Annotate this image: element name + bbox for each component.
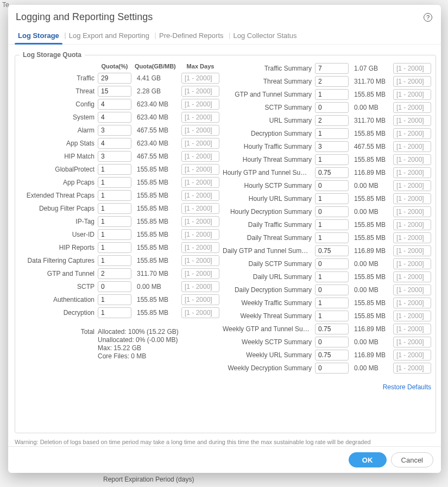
max-days-input[interactable] bbox=[393, 363, 431, 374]
max-days-input[interactable] bbox=[393, 245, 431, 256]
quota-pct-input[interactable] bbox=[315, 63, 349, 74]
tab-pre-defined-reports[interactable]: Pre-Defined Reports bbox=[156, 26, 227, 44]
max-days-input[interactable] bbox=[181, 229, 219, 240]
quota-pct-input[interactable] bbox=[315, 219, 349, 230]
quota-pct-input[interactable] bbox=[98, 281, 131, 292]
max-days-input[interactable] bbox=[393, 337, 431, 347]
max-days-input[interactable] bbox=[181, 125, 219, 136]
max-days-input[interactable] bbox=[393, 298, 431, 308]
max-days-input[interactable] bbox=[393, 180, 431, 191]
quota-pct-input[interactable] bbox=[315, 180, 349, 191]
quota-pct-input[interactable] bbox=[98, 86, 131, 97]
max-days-input[interactable] bbox=[393, 271, 431, 282]
max-days-input[interactable] bbox=[181, 138, 219, 149]
quota-pct-input[interactable] bbox=[98, 125, 131, 136]
max-days-input[interactable] bbox=[181, 177, 219, 188]
max-days-input[interactable] bbox=[181, 86, 219, 97]
help-icon[interactable]: ? bbox=[424, 13, 432, 22]
quota-pct-input[interactable] bbox=[315, 167, 349, 178]
max-days-input[interactable] bbox=[181, 73, 219, 84]
max-days-input[interactable] bbox=[181, 307, 219, 318]
max-days-input[interactable] bbox=[393, 63, 431, 74]
quota-pct-input[interactable] bbox=[315, 128, 349, 139]
quota-pct-input[interactable] bbox=[315, 324, 349, 334]
max-days-input[interactable] bbox=[393, 232, 431, 243]
max-days-input[interactable] bbox=[393, 76, 431, 87]
quota-pct-input[interactable] bbox=[315, 193, 349, 204]
max-days-input[interactable] bbox=[181, 281, 219, 292]
max-days-input[interactable] bbox=[181, 190, 219, 201]
quota-pct-input[interactable] bbox=[315, 258, 349, 269]
quota-pct-input[interactable] bbox=[98, 99, 131, 110]
quota-pct-input[interactable] bbox=[315, 311, 349, 321]
max-days-input[interactable] bbox=[393, 154, 431, 165]
quota-pct-input[interactable] bbox=[315, 102, 349, 113]
max-days-input[interactable] bbox=[393, 167, 431, 178]
quota-pct-input[interactable] bbox=[315, 206, 349, 217]
quota-pct-input[interactable] bbox=[315, 245, 349, 256]
quota-pct-input[interactable] bbox=[315, 154, 349, 165]
quota-pct-input[interactable] bbox=[98, 216, 131, 227]
quota-pct-input[interactable] bbox=[315, 76, 349, 87]
max-days-input[interactable] bbox=[181, 112, 219, 123]
quota-pct-input[interactable] bbox=[98, 138, 131, 149]
quota-pct-input[interactable] bbox=[98, 177, 131, 188]
quota-pct-input[interactable] bbox=[98, 190, 131, 201]
ok-button[interactable]: OK bbox=[349, 452, 387, 467]
max-days-input[interactable] bbox=[393, 311, 431, 321]
max-days-input[interactable] bbox=[181, 151, 219, 162]
max-days-input[interactable] bbox=[393, 350, 431, 360]
max-days-input[interactable] bbox=[393, 258, 431, 269]
quota-pct-input[interactable] bbox=[98, 164, 131, 175]
quota-pct-input[interactable] bbox=[98, 294, 131, 305]
quota-size-value: 155.85 MB bbox=[131, 218, 181, 225]
quota-pct-input[interactable] bbox=[315, 350, 349, 360]
quota-pct-input[interactable] bbox=[98, 73, 131, 84]
quota-pct-input[interactable] bbox=[98, 268, 131, 279]
max-days-input[interactable] bbox=[181, 216, 219, 227]
quota-row-label: SCTP bbox=[20, 283, 98, 290]
max-days-input[interactable] bbox=[181, 255, 219, 266]
quota-size-value: 0.00 MB bbox=[349, 182, 393, 189]
max-days-input[interactable] bbox=[393, 206, 431, 217]
quota-pct-input[interactable] bbox=[98, 255, 131, 266]
max-days-input[interactable] bbox=[393, 284, 431, 295]
max-days-input[interactable] bbox=[181, 99, 219, 110]
quota-pct-input[interactable] bbox=[98, 203, 131, 214]
restore-defaults-link[interactable]: Restore Defaults bbox=[383, 383, 431, 391]
quota-pct-input[interactable] bbox=[98, 151, 131, 162]
max-days-input[interactable] bbox=[393, 89, 431, 100]
quota-pct-input[interactable] bbox=[98, 307, 131, 318]
max-days-input[interactable] bbox=[393, 324, 431, 334]
max-days-input[interactable] bbox=[393, 102, 431, 113]
quota-pct-input[interactable] bbox=[315, 115, 349, 126]
quota-pct-input[interactable] bbox=[98, 229, 131, 240]
quota-pct-input[interactable] bbox=[315, 89, 349, 100]
quota-pct-input[interactable] bbox=[315, 232, 349, 243]
quota-pct-input[interactable] bbox=[315, 141, 349, 152]
quota-pct-input[interactable] bbox=[315, 337, 349, 347]
quota-pct-input[interactable] bbox=[315, 284, 349, 295]
quota-size-value: 155.85 MB bbox=[349, 91, 393, 98]
cancel-button[interactable]: Cancel bbox=[391, 452, 433, 467]
max-days-input[interactable] bbox=[393, 193, 431, 204]
quota-row-label: Hourly Threat Summary bbox=[223, 156, 315, 163]
tab-log-storage[interactable]: Log Storage bbox=[15, 26, 62, 44]
max-days-input[interactable] bbox=[393, 128, 431, 139]
max-days-input[interactable] bbox=[181, 164, 219, 175]
quota-row-label: Debug Filter Pcaps bbox=[20, 205, 98, 212]
max-days-input[interactable] bbox=[181, 203, 219, 214]
max-days-input[interactable] bbox=[181, 242, 219, 253]
tab-log-collector-status[interactable]: Log Collector Status bbox=[230, 26, 300, 44]
quota-pct-input[interactable] bbox=[315, 298, 349, 308]
quota-pct-input[interactable] bbox=[315, 363, 349, 374]
max-days-input[interactable] bbox=[181, 294, 219, 305]
max-days-input[interactable] bbox=[393, 115, 431, 126]
max-days-input[interactable] bbox=[393, 219, 431, 230]
quota-pct-input[interactable] bbox=[98, 112, 131, 123]
max-days-input[interactable] bbox=[181, 268, 219, 279]
tab-log-export-and-reporting[interactable]: Log Export and Reporting bbox=[66, 26, 153, 44]
max-days-input[interactable] bbox=[393, 141, 431, 152]
quota-pct-input[interactable] bbox=[315, 271, 349, 282]
quota-pct-input[interactable] bbox=[98, 242, 131, 253]
